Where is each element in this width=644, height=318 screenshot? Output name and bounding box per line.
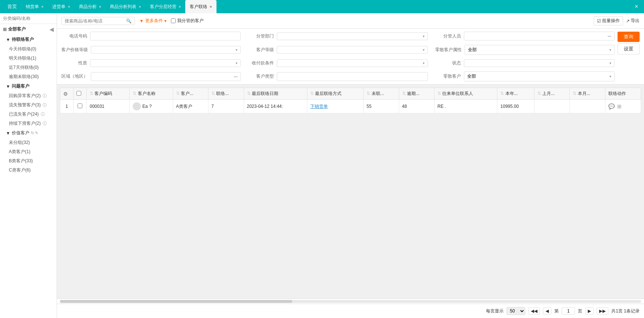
search-icon[interactable]: 🔍 — [126, 18, 132, 24]
ctype-input[interactable] — [277, 72, 427, 81]
row-last-method: 下销货单 — [307, 100, 363, 113]
manager-select[interactable]: ··· — [464, 32, 615, 40]
row-checkbox[interactable] — [78, 103, 82, 108]
sidebar-collapse-btn[interactable]: ◀ — [50, 26, 54, 32]
filter-payment: 收付款条件 ▾ — [248, 59, 427, 67]
price-select[interactable]: ▾ — [91, 46, 241, 54]
close-customer-tier-tab[interactable]: × — [179, 4, 181, 9]
page-number-input[interactable] — [562, 307, 575, 315]
row-contact-count: 7 — [208, 100, 244, 113]
my-customers-check[interactable] — [171, 18, 176, 23]
phone-input[interactable] — [90, 32, 241, 40]
gear-icon[interactable]: ⚙ — [63, 91, 68, 97]
col-code: ⇅ 客户编码 — [87, 88, 130, 100]
sidebar-search-input[interactable] — [3, 16, 57, 21]
sidebar: 🔍 ⊞ 全部客户 ◀ ▼ 待联络客户 今天待联络(0) 明天待联络(1) 近7天… — [0, 13, 57, 318]
nav-tab-customer-tier[interactable]: 客户分层经营 × — [146, 0, 185, 13]
sidebar-item-churned[interactable]: 已流失客户(24) ⓘ — [0, 110, 57, 119]
query-button[interactable]: 查询 — [618, 32, 640, 42]
col-icon-4: ⇅ — [211, 91, 215, 96]
sidebar-item-class-a[interactable]: A类客户(1) — [0, 147, 57, 156]
triangle-icon-2: ▼ — [6, 84, 10, 89]
problem-customers-header[interactable]: ▼ 问题客户 — [0, 81, 57, 91]
settings-button[interactable]: 设置 — [618, 43, 640, 54]
sparse-select[interactable]: 全部 ▾ — [464, 71, 615, 81]
nav-tab-sales[interactable]: 销货单 × — [21, 0, 48, 13]
sidebar-item-repurchase-abnormal[interactable]: 回购异常客户(2) ⓘ — [0, 91, 57, 100]
sidebar-item-class-c[interactable]: C类客户(6) — [0, 166, 57, 175]
region-select[interactable]: ··· — [91, 72, 241, 81]
close-analysis-list-tab[interactable]: × — [139, 4, 141, 9]
nav-tab-analysis[interactable]: 商品分析 × — [75, 0, 105, 13]
grid-action-icon[interactable]: ⊞ — [617, 103, 622, 109]
filter-icon: ▼ — [139, 18, 144, 24]
col-checkbox — [74, 88, 87, 100]
search-input[interactable] — [65, 18, 125, 24]
batch-ops-button[interactable]: ☑ 批量操作 — [594, 16, 623, 25]
col-last-method: ⇅ 最后联络方式 — [307, 88, 363, 100]
col-no-contact: ⇅ 未联... — [364, 88, 399, 100]
scroll-thumb[interactable] — [60, 300, 292, 303]
my-customers-checkbox[interactable]: 我分管的客户 — [171, 18, 204, 24]
sidebar-item-churn-warning[interactable]: 流失预警客户(3) ⓘ — [0, 100, 57, 110]
sidebar-item-unclassified[interactable]: 未分组(32) — [0, 138, 57, 147]
phone-label: 电话号码 — [61, 33, 87, 39]
per-page-select[interactable]: 50 100 200 — [507, 307, 525, 315]
sidebar-item-today-pending[interactable]: 今天待联络(0) — [0, 45, 57, 54]
dept-select[interactable]: ▾ — [277, 32, 427, 40]
last-method-link[interactable]: 下销货单 — [310, 104, 328, 109]
top-navigation: 首页 销货单 × 进货单 × 商品分析 × 商品分析列表 × 客户分层经营 × … — [0, 0, 644, 13]
col-icon-6: ⇅ — [310, 91, 314, 96]
edit-icon[interactable]: ✎ — [35, 131, 38, 135]
close-sales-tab[interactable]: × — [41, 4, 43, 9]
level-select[interactable]: ▾ — [277, 46, 427, 54]
sparse-attr-select[interactable]: 全部 ▾ — [465, 45, 615, 55]
col-icon-10: ⇅ — [500, 91, 504, 96]
col-last-month: ⇅ 上月... — [534, 88, 569, 100]
status-select[interactable]: ▾ — [464, 59, 615, 67]
filter-row-4: 区域（地区） ··· 客户类型 零散客户 — [61, 71, 615, 81]
export-icon: ↗ — [626, 18, 630, 24]
dots-icon-2: ··· — [234, 74, 237, 79]
filter-row-3: 性质 ▾ 收付款条件 ▾ — [61, 59, 615, 67]
info-icon: ⓘ — [43, 93, 47, 98]
filter-phone: 电话号码 — [61, 32, 241, 40]
prev-page-btn[interactable]: ◀ — [543, 307, 551, 315]
last-page-btn[interactable]: ▶▶ — [597, 307, 608, 315]
filter-manager: 分管人员 ··· — [435, 32, 615, 40]
nav-tab-purchase[interactable]: 进货单 × — [48, 0, 74, 13]
filter-more-btn[interactable]: ▼ 更多条件 ▾ — [139, 18, 167, 24]
sidebar-item-overdue[interactable]: 逾期未联络(30) — [0, 72, 57, 81]
sidebar-item-tomorrow-pending[interactable]: 明天待联络(1) — [0, 54, 57, 63]
payment-select[interactable]: ▾ — [277, 59, 427, 67]
nav-tab-analysis-list[interactable]: 商品分析列表 × — [105, 0, 145, 13]
chat-action-icon[interactable]: 💬 — [608, 103, 615, 109]
chevron-down-icon: ▾ — [423, 34, 425, 38]
close-all-tabs[interactable]: × — [632, 3, 641, 10]
close-analysis-tab[interactable]: × — [99, 4, 101, 9]
next-page-btn[interactable]: ▶ — [585, 307, 594, 315]
close-purchase-tab[interactable]: × — [68, 4, 70, 9]
chevron-down-icon-8: ▾ — [609, 74, 611, 78]
export-button[interactable]: ↗ 导出 — [626, 18, 640, 24]
close-customer-contact-tab[interactable]: × — [210, 4, 212, 9]
refresh-icon[interactable]: ↻ — [31, 131, 34, 135]
dept-label: 分管部门 — [248, 33, 274, 39]
sidebar-item-7days-pending[interactable]: 近7天待联络(0) — [0, 63, 57, 72]
value-customers-header[interactable]: ▼ 价值客户 ↻ ✎ — [0, 128, 57, 138]
scroll-track[interactable] — [60, 300, 641, 303]
col-last-date: ⇅ 最后联络日期 — [244, 88, 307, 100]
filter-bar: 🔍 ▼ 更多条件 ▾ 我分管的客户 ☑ 批量操作 ↗ 导出 — [57, 13, 644, 29]
nav-tab-customer-contact[interactable]: 客户联络 × — [185, 0, 216, 13]
filter-sparse-attr: 零散客户属性 全部 ▾ — [435, 45, 615, 55]
pending-contact-header[interactable]: ▼ 待联络客户 — [0, 35, 57, 45]
nature-label: 性质 — [61, 60, 87, 66]
select-all-checkbox[interactable] — [76, 91, 81, 96]
nature-select[interactable]: ▾ — [90, 59, 241, 67]
first-page-btn[interactable]: ◀◀ — [528, 307, 540, 315]
sidebar-item-declining[interactable]: 持续下滑客户(2) ⓘ — [0, 119, 57, 128]
sidebar-item-class-b[interactable]: B类客户(33) — [0, 156, 57, 166]
nav-home[interactable]: 首页 — [3, 3, 21, 10]
col-this-year: ⇅ 本年... — [497, 88, 534, 100]
sidebar-all-customers-header[interactable]: ⊞ 全部客户 ◀ — [0, 24, 57, 35]
